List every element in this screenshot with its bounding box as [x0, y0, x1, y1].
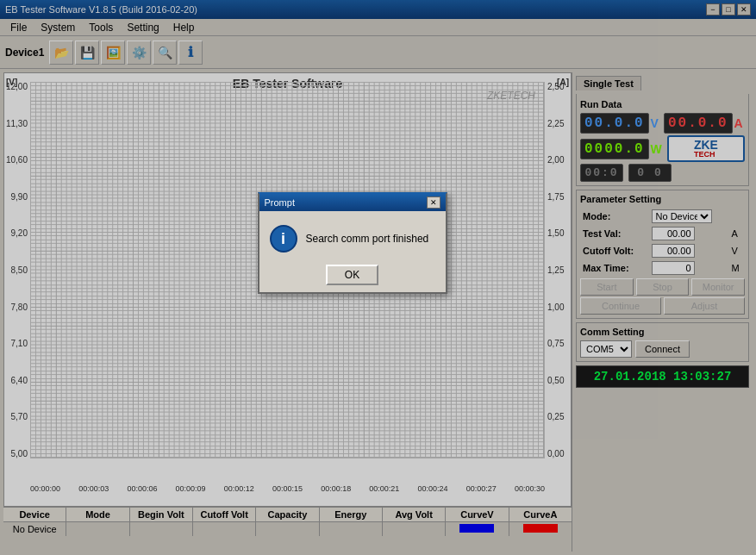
modal-close-button[interactable]: ✕ — [427, 196, 440, 209]
modal-body: i Search comm port finished — [259, 211, 446, 259]
modal-titlebar: Prompt ✕ — [259, 194, 446, 211]
modal-message: Search comm port finished — [306, 233, 429, 245]
modal-ok-button[interactable]: OK — [326, 265, 378, 285]
modal-info-icon: i — [270, 225, 297, 253]
modal-footer: OK — [259, 259, 446, 292]
modal-overlay: Prompt ✕ i Search comm port finished OK — [0, 0, 756, 555]
prompt-modal: Prompt ✕ i Search comm port finished OK — [258, 192, 447, 294]
modal-title: Prompt — [265, 197, 295, 208]
